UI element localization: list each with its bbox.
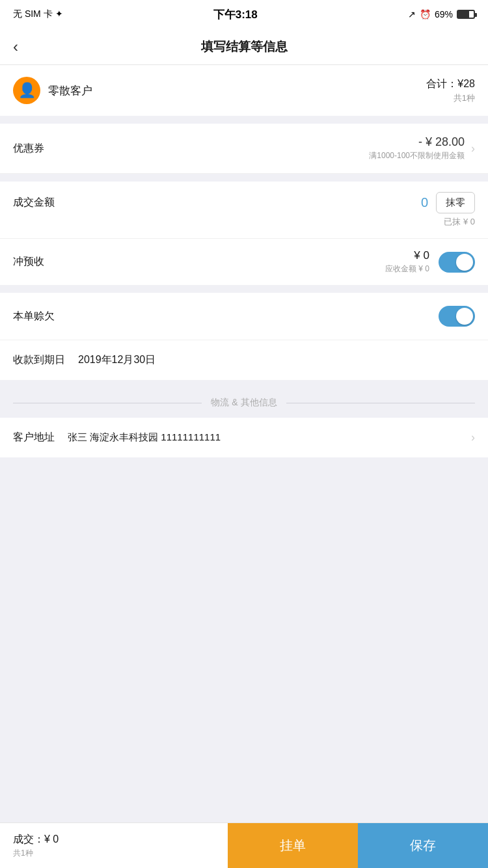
battery-icon xyxy=(457,10,475,19)
bottom-deal-label: 成交：¥ 0 xyxy=(13,833,215,847)
amount-label: 成交金额 xyxy=(13,196,55,210)
chevron-right-icon: › xyxy=(471,142,475,156)
bottom-count: 共1种 xyxy=(13,848,215,859)
debt-row: 本单赊欠 xyxy=(0,293,488,340)
customer-right: 合计：¥28 共1种 xyxy=(426,77,475,104)
duedate-value: 2019年12月30日 xyxy=(78,353,156,367)
status-left: 无 SIM 卡 ✦ xyxy=(13,8,63,20)
divider-5 xyxy=(0,457,488,465)
nav-bar: ‹ 填写结算等信息 xyxy=(0,29,488,65)
coupon-value: - ¥ 28.00 满1000-100不限制使用金额 xyxy=(369,135,465,161)
discount-amount: - ¥ 28.00 xyxy=(369,135,465,149)
customer-left: 👤 零散客户 xyxy=(13,77,92,104)
coupon-right: - ¥ 28.00 满1000-100不限制使用金额 › xyxy=(369,135,475,161)
discount-desc: 满1000-100不限制使用金额 xyxy=(369,150,465,161)
address-label: 客户地址 xyxy=(13,431,55,444)
amount-value: 0 xyxy=(421,195,428,210)
address-value: 张三 海淀永丰科技园 11111111111 xyxy=(68,431,471,444)
divider-1 xyxy=(0,116,488,124)
main-content: 👤 零散客户 合计：¥28 共1种 优惠券 - ¥ 28.00 满1000-10… xyxy=(0,65,488,628)
logistics-label: 物流 & 其他信息 xyxy=(211,397,277,409)
prepay-sub: 应收金额 ¥ 0 xyxy=(385,264,429,275)
location-icon: ↗ xyxy=(408,9,416,20)
debt-label: 本单赊欠 xyxy=(13,310,55,323)
customer-row: 👤 零散客户 合计：¥28 共1种 xyxy=(0,65,488,116)
amount-top: 成交金额 0 抹零 xyxy=(13,192,475,213)
battery-text: 69% xyxy=(435,9,453,20)
divider-4 xyxy=(0,380,488,388)
address-row[interactable]: 客户地址 张三 海淀永丰科技园 11111111111 › xyxy=(0,418,488,457)
header-line-left xyxy=(13,403,202,403)
back-button[interactable]: ‹ xyxy=(8,33,23,61)
prepay-right: ¥ 0 应收金额 ¥ 0 xyxy=(385,249,475,275)
duedate-row: 收款到期日 2019年12月30日 xyxy=(0,340,488,380)
prepay-toggle[interactable] xyxy=(439,252,475,273)
debt-toggle[interactable] xyxy=(439,306,475,327)
page-title: 填写结算等信息 xyxy=(201,38,288,55)
prepay-values: ¥ 0 应收金额 ¥ 0 xyxy=(385,249,429,275)
amount-right: 0 抹零 xyxy=(421,192,475,213)
transaction-amount-row: 成交金额 0 抹零 已抹 ¥ 0 xyxy=(0,182,488,239)
coupon-row[interactable]: 优惠券 - ¥ 28.00 满1000-100不限制使用金额 › xyxy=(0,124,488,174)
empty-area xyxy=(0,465,488,582)
duedate-label: 收款到期日 xyxy=(13,353,65,367)
alarm-icon: ⏰ xyxy=(420,9,431,20)
save-button[interactable]: 保存 xyxy=(358,823,488,869)
logistics-section-header: 物流 & 其他信息 xyxy=(0,388,488,418)
prepay-row: 冲预收 ¥ 0 应收金额 ¥ 0 xyxy=(0,239,488,285)
header-line-right xyxy=(286,403,475,403)
bottom-bar: 成交：¥ 0 共1种 挂单 保存 xyxy=(0,822,488,868)
customer-count: 共1种 xyxy=(426,92,475,104)
hold-button[interactable]: 挂单 xyxy=(228,823,358,869)
divider-3 xyxy=(0,285,488,293)
round-button[interactable]: 抹零 xyxy=(436,192,475,213)
coupon-label: 优惠券 xyxy=(13,142,44,156)
customer-total: 合计：¥28 xyxy=(426,77,475,91)
address-chevron-icon: › xyxy=(471,431,475,444)
avatar-icon: 👤 xyxy=(18,82,36,99)
prepay-label: 冲预收 xyxy=(13,255,44,269)
status-right: ↗ ⏰ 69% xyxy=(408,9,475,20)
customer-name: 零散客户 xyxy=(48,83,92,98)
status-time: 下午3:18 xyxy=(213,7,258,22)
amount-sub: 已抹 ¥ 0 xyxy=(13,216,475,228)
sim-text: 无 SIM 卡 ✦ xyxy=(13,8,63,20)
status-bar: 无 SIM 卡 ✦ 下午3:18 ↗ ⏰ 69% xyxy=(0,0,488,29)
divider-2 xyxy=(0,174,488,182)
bottom-info: 成交：¥ 0 共1种 xyxy=(0,833,228,859)
customer-avatar: 👤 xyxy=(13,77,40,104)
prepay-amount: ¥ 0 xyxy=(385,249,429,262)
